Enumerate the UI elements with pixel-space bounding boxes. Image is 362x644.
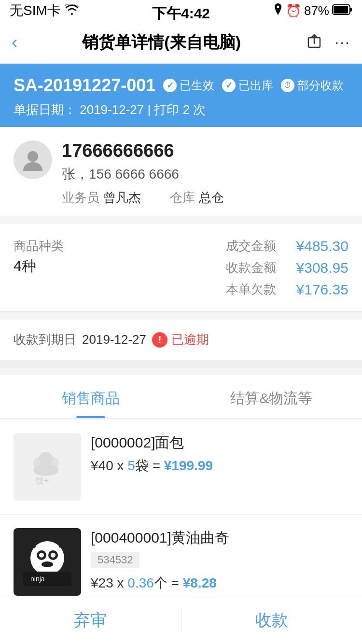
svg-point-0 [277,5,279,8]
back-button[interactable]: ‹ [12,32,17,53]
balance-label: 本单欠款 [226,281,276,298]
svg-point-15 [51,553,56,558]
balance-value: ¥176.35 [286,281,348,298]
svg-point-9 [33,464,58,476]
svg-point-14 [39,553,44,558]
salesperson-value: 曾凡杰 [103,189,141,206]
stats-section: 商品种类 4种 成交金额 ¥485.30 收款金额 ¥308.95 本单欠款 ¥… [0,224,362,311]
battery-text: 87% [304,3,329,18]
bottom-bar: 弃审 收款 [0,596,362,644]
svg-rect-3 [334,6,348,14]
overdue-icon: ! [152,332,167,348]
svg-text:ninja: ninja [30,575,45,583]
status-left: 无SIM卡 [10,1,79,20]
customer-id: 17666666666 [62,140,348,161]
tab-products-label: 销售商品 [62,390,120,406]
page-title: 销货单详情(来自电脑) [82,31,241,54]
warehouse-label: 仓库 [170,189,195,206]
due-date-value: 2019-12-27 [82,332,146,347]
badge-partial-payment: ⏱ 部分收款 [281,78,344,93]
deal-amount-row: 成交金额 ¥485.30 [226,238,348,254]
payment-row: 收款金额 ¥308.95 [226,259,348,276]
clock-icon: ⏱ [281,79,294,92]
payment-button[interactable]: 收款 [181,600,362,641]
product-name-1: [0000002]面包 [91,433,348,453]
print-info: | 打印 2 次 [147,102,206,117]
order-id: SA-20191227-001 [14,75,155,96]
deal-amount-value: ¥485.30 [286,238,348,254]
product-image-2: ninja [14,528,81,596]
divider-2 [0,311,362,312]
header-banner-row1: SA-20191227-001 ✓ 已生效 ✓ 已出库 ⏱ 部分收款 [14,75,348,96]
payment-label: 收款金额 [226,259,276,276]
overdue-badge: ! 已逾期 [152,331,209,348]
badge-label-3: 部分收款 [297,78,344,93]
date-label: 单据日期： [14,102,76,117]
product-sku-badge: 534532 [91,552,139,568]
payment-value: ¥308.95 [286,260,348,276]
date-value: 2019-12-27 [80,102,144,117]
due-label: 收款到期日 [14,331,76,348]
time-display: 下午4:42 [152,4,210,24]
carrier-text: 无SIM卡 [10,1,61,20]
section-gap [0,360,362,367]
cancel-review-button[interactable]: 弃审 [0,600,181,641]
wifi-icon [65,3,79,18]
overdue-text: 已逾期 [171,331,209,348]
alarm-icon: ⏰ [286,3,301,18]
stat-left: 商品种类 4种 [14,238,64,276]
badge-label-1: 已生效 [180,78,214,93]
customer-info: 17666666666 张，156 6666 6666 业务员 曾凡杰 仓库 总… [62,140,348,206]
salesperson-item: 业务员 曾凡杰 [62,189,141,206]
svg-point-8 [39,452,53,465]
product-total-2: ¥8.28 [183,575,217,590]
product-price-2: ¥23 x 0.36个 = ¥8.28 [91,574,348,592]
battery-icon [332,3,352,18]
divider-1 [0,216,362,216]
salesperson-label: 业务员 [62,189,99,206]
warehouse-value: 总仓 [199,189,224,206]
tab-settlement[interactable]: 结算&物流等 [181,375,362,418]
header-banner-date-row: 单据日期： 2019-12-27 | 打印 2 次 [14,101,348,118]
product-type-label: 商品种类 [14,238,64,254]
tabs-section: 销售商品 结算&物流等 [0,375,362,419]
more-icon[interactable]: ··· [334,33,350,51]
svg-point-16 [42,561,53,567]
badge-shipped: ✓ 已出库 [222,78,273,93]
list-item: 馒+ [0000002]面包 ¥40 x 5袋 = ¥199.99 [0,420,362,515]
status-bar: 无SIM卡 下午4:42 ⏰ 87% [0,0,362,21]
warehouse-item: 仓库 总仓 [170,189,224,206]
svg-point-5 [28,151,38,162]
nav-icons: ··· [306,33,350,52]
product-info-1: [0000002]面包 ¥40 x 5袋 = ¥199.99 [91,433,348,475]
deal-amount-label: 成交金额 [226,238,276,254]
header-banner: SA-20191227-001 ✓ 已生效 ✓ 已出库 ⏱ 部分收款 单据日期：… [0,64,362,127]
balance-row: 本单欠款 ¥176.35 [226,281,348,298]
tab-products[interactable]: 销售商品 [0,375,181,418]
product-image-1: 馒+ [14,433,81,501]
stat-right: 成交金额 ¥485.30 收款金额 ¥308.95 本单欠款 ¥176.35 [226,238,348,298]
check-icon-2: ✓ [222,79,236,92]
customer-section: 17666666666 张，156 6666 6666 业务员 曾凡杰 仓库 总… [0,127,362,216]
product-total-1: ¥199.99 [164,458,213,473]
svg-rect-2 [350,8,352,12]
location-icon [273,3,283,18]
product-price-1: ¥40 x 5袋 = ¥199.99 [91,457,348,475]
check-icon-1: ✓ [163,79,177,92]
due-section: 收款到期日 2019-12-27 ! 已逾期 [0,320,362,360]
product-info-2: [000400001]黄油曲奇 534532 ¥23 x 0.36个 = ¥8.… [91,528,348,592]
customer-name-phone: 张，156 6666 6666 [62,165,348,183]
badge-generated: ✓ 已生效 [163,78,214,93]
product-name-2: [000400001]黄油曲奇 [91,528,348,548]
avatar [14,140,52,179]
badge-label-2: 已出库 [238,78,273,93]
product-qty-2: 0.36 [127,575,154,590]
nav-bar: ‹ 销货单详情(来自电脑) ··· [0,21,362,64]
status-right: ⏰ 87% [273,3,352,18]
svg-text:馒+: 馒+ [35,476,49,486]
tab-settlement-label: 结算&物流等 [230,390,312,406]
product-code-1: [0000002] [91,434,155,450]
product-qty-1: 5 [127,458,135,473]
product-type-count: 4种 [14,256,64,276]
share-icon[interactable] [306,33,323,52]
